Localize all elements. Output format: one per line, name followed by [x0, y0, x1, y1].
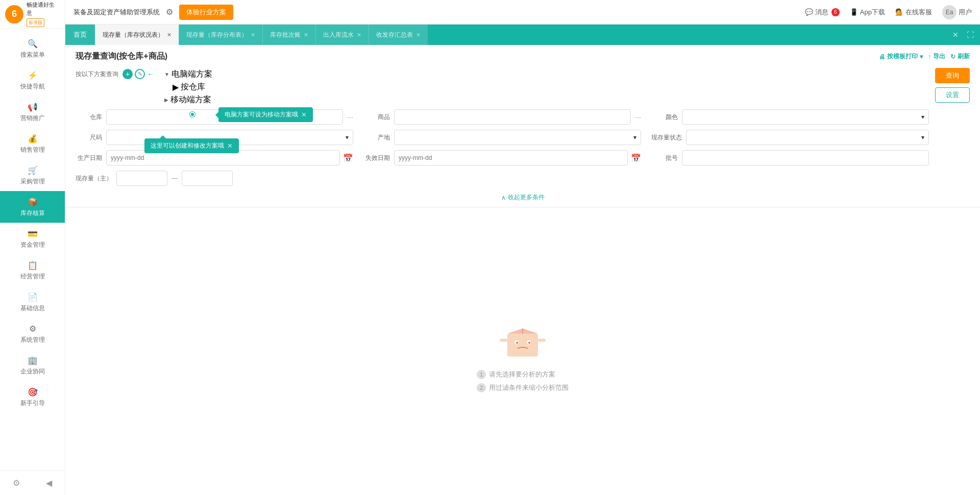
tab-inventory-dist-close[interactable]: ✕: [251, 32, 255, 38]
empty-tips: 1 请先选择要分析的方案 2 用过滤条件来缩小分析范围: [477, 370, 569, 392]
tab-inventory-dist[interactable]: 现存量（库存分布表） ✕: [179, 25, 262, 45]
print-btn[interactable]: 🖨 按模板打印 ▾: [879, 52, 923, 61]
tab-flow-close[interactable]: ✕: [357, 32, 361, 38]
sidebar-item-marketing-label: 营销推广: [20, 114, 45, 123]
sidebar-logo: 6 畅捷通好生意 标准版: [0, 0, 65, 29]
message-label: 消息: [815, 8, 828, 17]
back-arrow-btn[interactable]: ←: [147, 70, 154, 78]
empty-state: 1 请先选择要分析的方案 2 用过滤条件来缩小分析范围: [65, 207, 980, 495]
warehouse-more-icon[interactable]: ···: [347, 113, 353, 121]
popover2-text: 这里可以创建和修改方案哦: [151, 142, 224, 150]
settings-bottom-icon[interactable]: ⚙: [11, 476, 22, 490]
header-right: 💬 消息 6 📱 App下载 💁 在线客服 Ea 用户: [805, 5, 972, 19]
warehouse-label: 仓库: [76, 113, 102, 122]
service-icon: 💁: [895, 8, 903, 16]
tab-batch-close[interactable]: ✕: [304, 32, 308, 38]
settings-icon[interactable]: ⚙: [166, 7, 173, 17]
sidebar-item-basic[interactable]: 📄 基础信息: [0, 286, 65, 318]
tab-summary-label: 收发存汇总表: [376, 31, 413, 39]
collapse-sidebar-icon[interactable]: ◀: [44, 476, 54, 490]
origin-select-arrow: ▾: [633, 134, 636, 141]
tab-inventory-dist-label: 现存量（库存分布表）: [186, 31, 248, 39]
sidebar-item-inventory[interactable]: 📦 库存核算: [0, 191, 65, 223]
sidebar-item-enterprise[interactable]: 🏢 企业协同: [0, 349, 65, 381]
scheme-tree-inline: ▼ 电脑端方案 ▶ 按仓库 ▶ 移动端方案: [162, 68, 214, 106]
tip2-text: 用过滤条件来缩小分析范围: [489, 383, 569, 392]
tab-flow-label: 出入库流水: [323, 31, 354, 39]
tab-expand-icon[interactable]: ⛶: [965, 29, 976, 41]
popover2-close[interactable]: ✕: [227, 142, 233, 150]
reset-btn[interactable]: 设置: [935, 87, 970, 103]
industry-btn[interactable]: 体验行业方案: [179, 5, 233, 20]
refresh-btn[interactable]: ↻ 刷新: [950, 52, 970, 61]
title-actions: 🖨 按模板打印 ▾ ↑ 导出 ↻ 刷新: [879, 52, 970, 61]
sidebar-nav: 🔍 搜索菜单 ⚡ 快捷导航 📢 营销推广 💰 销售管理 🛒 采购管理 📦 库存核…: [0, 29, 65, 470]
origin-select[interactable]: ▾: [394, 130, 641, 145]
dot-indicator1: [190, 112, 195, 117]
page-title-row: 现存量查询(按仓库+商品) 🖨 按模板打印 ▾ ↑ 导出 ↻ 刷新: [76, 51, 970, 62]
stock-qty-start[interactable]: [116, 171, 167, 186]
query-panel: 现存量查询(按仓库+商品) 🖨 按模板打印 ▾ ↑ 导出 ↻ 刷新: [65, 45, 980, 207]
app-download-item[interactable]: 📱 App下载: [850, 8, 885, 17]
add-scheme-btn[interactable]: +: [122, 69, 133, 79]
sidebar-item-system[interactable]: ⚙ 系统管理: [0, 318, 65, 349]
finance-icon: 💳: [27, 228, 38, 239]
sidebar-item-purchase[interactable]: 🛒 采购管理: [0, 159, 65, 191]
brand-name: 畅捷通好生意: [27, 1, 60, 17]
scheme-mobile[interactable]: ▶ 移动端方案: [162, 93, 214, 106]
stock-status-field: 现存量状态 ▾: [651, 130, 929, 145]
tab-inventory-status-close[interactable]: ✕: [167, 32, 172, 38]
sidebar-item-operation[interactable]: 📋 经营管理: [0, 254, 65, 286]
color-field: 颜色 ▾: [651, 109, 929, 125]
query-action-btns: 查询 设置: [935, 68, 970, 103]
expire-date-start[interactable]: [394, 150, 628, 166]
tab-inventory-status[interactable]: 现存量（库存状况表） ✕: [95, 25, 179, 45]
sales-icon: 💰: [27, 133, 38, 144]
avatar-text: Ea: [946, 9, 953, 16]
tab-home[interactable]: 首页: [65, 25, 95, 45]
tab-flow[interactable]: 出入库流水 ✕: [315, 25, 369, 45]
sidebar-item-search[interactable]: 🔍 搜索菜单: [0, 33, 65, 64]
system-name: 装备及固定资产辅助管理系统: [74, 8, 160, 17]
stock-qty-field: 现存量（主） —: [76, 171, 353, 186]
export-btn[interactable]: ↑ 导出: [928, 52, 945, 61]
produce-date-cal-icon[interactable]: 📅: [343, 153, 353, 163]
search-btn[interactable]: 查询: [935, 68, 970, 83]
sidebar-item-finance[interactable]: 💳 资金管理: [0, 223, 65, 254]
color-select[interactable]: ▾: [682, 109, 929, 125]
expire-date-cal-icon[interactable]: 📅: [631, 153, 641, 163]
sidebar-item-sales-label: 销售管理: [20, 146, 45, 154]
logo-icon: 6: [5, 5, 23, 23]
sidebar-item-nav[interactable]: ⚡ 快捷导航: [0, 64, 65, 96]
batch-label: 批号: [651, 154, 678, 162]
goods-field: 商品 ···: [363, 109, 641, 125]
range-sep: —: [172, 175, 178, 182]
sidebar-item-sales[interactable]: 💰 销售管理: [0, 128, 65, 159]
expire-date-range: 📅: [394, 150, 641, 166]
tab-inventory-status-label: 现存量（库存状况表）: [103, 31, 164, 39]
page-title: 现存量查询(按仓库+商品): [76, 51, 167, 62]
online-service-label: 在线客服: [905, 8, 932, 17]
goods-more-icon[interactable]: ···: [635, 113, 641, 121]
message-badge: 6: [831, 8, 840, 16]
tab-close-all-icon[interactable]: ✕: [950, 29, 961, 41]
stock-qty-end[interactable]: [182, 171, 233, 186]
tab-summary-close[interactable]: ✕: [416, 32, 421, 38]
goods-input[interactable]: [394, 109, 631, 125]
message-item[interactable]: 💬 消息 6: [805, 8, 840, 17]
tip-num1: 1: [477, 370, 486, 379]
user-item[interactable]: Ea 用户: [942, 5, 972, 19]
sidebar-item-marketing[interactable]: 📢 营销推广: [0, 96, 65, 128]
popover1-close[interactable]: ✕: [301, 111, 307, 119]
online-service-item[interactable]: 💁 在线客服: [895, 8, 932, 17]
collapse-bar[interactable]: ∧ 收起更多条件: [76, 190, 970, 203]
svg-point-3: [516, 342, 518, 344]
scheme-pc[interactable]: ▼ 电脑端方案: [162, 68, 214, 81]
scheme-sub1[interactable]: ▶ 按仓库: [170, 81, 214, 93]
edit-scheme-btn[interactable]: ✎: [135, 69, 145, 79]
tab-summary[interactable]: 收发存汇总表 ✕: [369, 25, 428, 45]
sidebar-item-guide[interactable]: 🎯 新手引导: [0, 381, 65, 413]
tab-batch[interactable]: 库存批次账 ✕: [262, 25, 315, 45]
batch-input[interactable]: [682, 150, 929, 166]
stock-status-select[interactable]: ▾: [686, 130, 929, 145]
